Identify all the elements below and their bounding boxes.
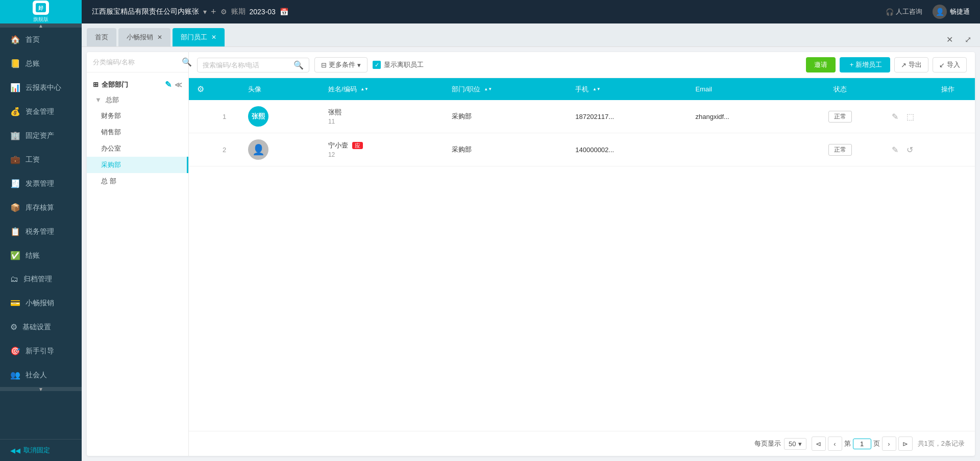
calendar-icon[interactable]: 📅: [280, 8, 288, 16]
add-employee-button[interactable]: + 新增员工: [840, 57, 890, 72]
scroll-down-indicator[interactable]: ▼: [0, 387, 82, 391]
sidebar-item-settings[interactable]: ⚙ 基础设置: [0, 315, 82, 339]
sidebar: ▲ 🏠 首页 📒 总账 📊 云报表中心 💰 资金管理 🏢 固定资产 💼 工资 🧾…: [0, 23, 82, 461]
dept-node-sales[interactable]: 销售部: [87, 124, 188, 140]
current-page-input[interactable]: 1: [853, 439, 871, 449]
sidebar-item-social[interactable]: 👥 社会人: [0, 363, 82, 387]
col-dept[interactable]: 部门/职位 ▲▼: [444, 78, 567, 100]
tab-employee-close[interactable]: ✕: [211, 34, 216, 41]
page-size-value: 50: [789, 440, 796, 448]
col-name[interactable]: 姓名/编码 ▲▼: [320, 78, 444, 100]
social-icon: 👥: [10, 370, 20, 380]
pin-button[interactable]: ◀◀ 取消固定: [0, 439, 82, 461]
dept-node-office[interactable]: 办公室: [87, 140, 188, 157]
tab-employee[interactable]: 部门员工 ✕: [173, 28, 225, 46]
col-action: 操作: [884, 78, 975, 100]
tab-close-button[interactable]: ✕: [942, 32, 957, 46]
sidebar-item-label: 总账: [26, 59, 40, 68]
settings-icon[interactable]: ⚙: [220, 8, 227, 16]
sidebar-item-label: 库存核算: [26, 203, 54, 212]
tab-home[interactable]: 首页: [87, 28, 116, 46]
col-phone[interactable]: 手机 ▲▼: [567, 78, 687, 100]
ledger-icon: 📒: [10, 59, 20, 68]
top-header: 好 旗舰版 江西服宝精品有限责任公司内账张 ▾ + ⚙ 账期 2023-03 📅…: [0, 0, 980, 23]
row1-edit-icon[interactable]: ✎: [892, 112, 898, 122]
tab-home-label: 首页: [95, 33, 108, 42]
period-label: 账期: [231, 7, 246, 16]
dept-node-headquarters[interactable]: 总 部: [87, 173, 188, 189]
add-company-icon[interactable]: +: [211, 7, 216, 17]
sidebar-item-general-ledger[interactable]: 📒 总账: [0, 52, 82, 76]
row1-code: 11: [328, 118, 435, 125]
sidebar-item-expense[interactable]: 💳 小畅报销: [0, 291, 82, 315]
dept-root-item[interactable]: ⊞ 全部部门 ✎ ≪: [87, 77, 188, 92]
sidebar-item-inventory[interactable]: 📦 库存核算: [0, 196, 82, 220]
employee-table: ⚙ 头像 姓名/编码 ▲▼ 部门/职位 ▲▼: [189, 78, 975, 431]
tab-bar: 首页 小畅报销 ✕ 部门员工 ✕ ✕ ⤢: [82, 23, 980, 47]
dept-node-purchasing[interactable]: 采购部: [87, 157, 188, 173]
col-settings[interactable]: ⚙: [189, 78, 214, 100]
dept-panel: 🔍 ⊞ 全部部门 ✎ ≪ ▼ 总部 财务部: [87, 52, 189, 456]
phone-sort-icon[interactable]: ▲▼: [593, 87, 601, 91]
content-area: 首页 小畅报销 ✕ 部门员工 ✕ ✕ ⤢ 🔍: [82, 23, 980, 461]
sidebar-item-reports[interactable]: 📊 云报表中心: [0, 76, 82, 100]
sidebar-item-tax[interactable]: 📋 税务管理: [0, 220, 82, 244]
dept-expand-arrow[interactable]: ▼: [95, 96, 102, 104]
import-icon: ↙: [939, 61, 945, 69]
sidebar-item-label: 工资: [26, 155, 40, 164]
invite-button[interactable]: 邀请: [806, 57, 836, 72]
employee-panel: 🔍 ⊟ 更多条件 ▾ ✓ 显示离职员工 邀请: [189, 52, 975, 456]
row1-logout-icon[interactable]: ⬚: [906, 112, 914, 122]
sidebar-item-funds[interactable]: 💰 资金管理: [0, 100, 82, 124]
show-resigned-toggle[interactable]: ✓ 显示离职员工: [373, 60, 424, 69]
sidebar-item-home[interactable]: 🏠 首页: [0, 28, 82, 52]
main-layout: ▲ 🏠 首页 📒 总账 📊 云报表中心 💰 资金管理 🏢 固定资产 💼 工资 🧾…: [0, 23, 980, 461]
dept-search-input[interactable]: [93, 58, 179, 66]
sidebar-item-closing[interactable]: ✅ 结账: [0, 244, 82, 268]
page-size-box[interactable]: 50 ▾: [784, 438, 806, 450]
next-page-button[interactable]: ›: [882, 436, 896, 451]
dept-edit-icon[interactable]: ✎: [165, 80, 172, 89]
scroll-up-indicator[interactable]: ▲: [0, 23, 82, 28]
export-button[interactable]: ↗ 导出: [894, 57, 928, 72]
sidebar-item-invoice[interactable]: 🧾 发票管理: [0, 172, 82, 196]
row1-actions-cell: ✎ ⬚: [884, 100, 975, 133]
employee-search-icon[interactable]: 🔍: [293, 60, 304, 70]
dept-sales-label: 销售部: [101, 128, 121, 137]
row1-name: 张熙: [328, 108, 435, 117]
tab-expense[interactable]: 小畅报销 ✕: [118, 28, 170, 46]
dept-collapse-icon[interactable]: ≪: [175, 81, 182, 89]
reports-icon: 📊: [10, 83, 20, 92]
tax-icon: 📋: [10, 227, 20, 236]
filter-label: 更多条件: [329, 60, 355, 69]
last-page-button[interactable]: ⊳: [898, 436, 913, 451]
logo-subtitle: 旗舰版: [33, 16, 48, 23]
resigned-checkbox[interactable]: ✓: [373, 61, 381, 69]
row2-name: 宁小壹 应: [328, 141, 435, 150]
tab-expand-button[interactable]: ⤢: [961, 32, 975, 46]
filter-button[interactable]: ⊟ 更多条件 ▾: [314, 57, 368, 72]
employee-search-input[interactable]: [203, 61, 290, 69]
import-button[interactable]: ↙ 导入: [933, 57, 967, 72]
first-page-button[interactable]: ⊲: [812, 436, 826, 451]
row2-edit-icon[interactable]: ✎: [892, 145, 898, 155]
sidebar-item-fixed-assets[interactable]: 🏢 固定资产: [0, 124, 82, 148]
tab-employee-label: 部门员工: [181, 33, 207, 42]
row2-refresh-icon[interactable]: ↺: [906, 145, 913, 155]
sidebar-item-guide[interactable]: 🎯 新手引导: [0, 339, 82, 363]
dept-search-area: 🔍: [87, 52, 188, 72]
headset-icon: 🎧: [886, 8, 894, 16]
dropdown-arrow-icon[interactable]: ▾: [203, 8, 207, 16]
name-sort-icon[interactable]: ▲▼: [360, 87, 369, 91]
dept-office-label: 办公室: [101, 144, 121, 153]
sidebar-item-archive[interactable]: 🗂 归档管理: [0, 268, 82, 291]
sidebar-item-label: 归档管理: [23, 275, 52, 284]
dept-sort-icon[interactable]: ▲▼: [484, 87, 492, 91]
sidebar-item-salary[interactable]: 💼 工资: [0, 148, 82, 172]
tab-expense-close[interactable]: ✕: [157, 34, 162, 41]
dept-node-finance[interactable]: 财务部: [87, 108, 188, 124]
row2-status-badge: 正常: [828, 144, 852, 156]
sidebar-item-label: 基础设置: [22, 323, 51, 332]
service-button[interactable]: 🎧 人工咨询: [886, 7, 922, 16]
prev-page-button[interactable]: ‹: [828, 436, 842, 451]
